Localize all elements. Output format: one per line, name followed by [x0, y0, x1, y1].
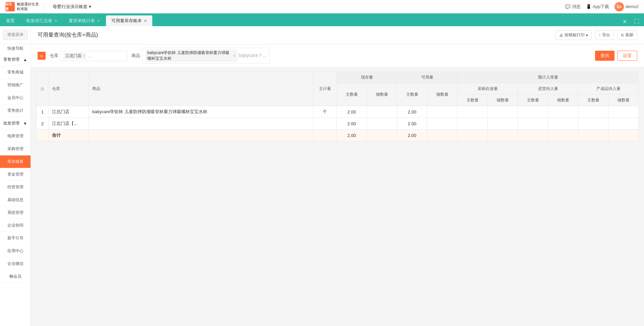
- warehouse-filter-more[interactable]: ...: [88, 53, 92, 58]
- message-icon: 💬: [565, 4, 571, 9]
- sidebar-item-marketing[interactable]: 营销推广: [0, 79, 31, 92]
- product-filter-more[interactable]: babycare？...: [239, 53, 267, 59]
- sidebar-item-guide[interactable]: 新手引导: [0, 232, 31, 245]
- th-product: 商品: [89, 72, 313, 106]
- tab-close-icon[interactable]: ✕: [97, 19, 100, 23]
- row2-purchase-transit-main: [458, 118, 488, 130]
- total-purchase-transit-aux: [488, 130, 518, 141]
- filter-bar: » 仓库 江北门店 × ... 商品 babycare学饮杯 儿童防摔防撞吸管杯…: [31, 44, 644, 67]
- export-icon: ↑: [599, 33, 601, 38]
- total-empty-index: [37, 130, 49, 141]
- row2-available-aux: [427, 118, 458, 130]
- export-button[interactable]: ↑ 导出: [595, 30, 614, 40]
- sidebar-item-wholesale[interactable]: 批发管理 ▼: [0, 117, 31, 130]
- maximize-button[interactable]: ⛶: [632, 17, 641, 26]
- row2-unit: [313, 118, 337, 130]
- settings-filter-button[interactable]: 设置: [617, 51, 637, 61]
- warehouse-tag-close[interactable]: ×: [83, 54, 85, 58]
- sidebar: 搜索菜单 快捷导航 零售管理 ▲ 零售商城 营销推广 会员中心 零售统计 批发管…: [0, 26, 31, 326]
- sidebar-item-ecommerce[interactable]: 电商管理: [0, 130, 31, 143]
- tab-receive-summary[interactable]: 收发存汇总表 ✕: [21, 15, 63, 26]
- sidebar-item-retail[interactable]: 零售管理 ▲: [0, 53, 31, 66]
- sidebar-item-quick-nav[interactable]: 快捷导航: [0, 44, 31, 53]
- sidebar-item-system[interactable]: 系统管理: [0, 206, 31, 219]
- row2-product: [89, 118, 313, 130]
- chevron-down-icon: ▾: [89, 4, 91, 9]
- th-planned-group: 预计入库量: [458, 72, 639, 83]
- product-filter-label: 商品: [131, 53, 140, 59]
- tab-home[interactable]: 首页: [1, 15, 20, 26]
- top-bar: 好生意 畅捷通好生意 标准版 母婴行业演示账套 ▾ 💬 消息 📱 App下载 E…: [0, 0, 644, 13]
- sidebar-item-inventory[interactable]: 库存核算: [0, 155, 31, 168]
- th-stock-group: 现存量: [337, 72, 397, 83]
- industry-select[interactable]: 母婴行业演示账套 ▾: [50, 2, 94, 11]
- row1-production-main: [578, 106, 608, 118]
- total-product: [89, 130, 313, 141]
- search-menu-button[interactable]: 搜索菜单: [3, 30, 28, 40]
- table-row: 1 江北门店 babycare学饮杯 儿童防摔防撞吸管杯重力球吸嘴杯宝宝水杯 个…: [37, 106, 639, 118]
- content-area: 可用量查询(按仓库+商品) 🖨 按模板打印 ▾ ↑ 导出 ↻ 刷新 »: [31, 26, 644, 326]
- th-warehouse: 仓库: [49, 72, 89, 106]
- sidebar-item-retail-mall[interactable]: 零售商城: [0, 66, 31, 79]
- th-purchase-transit-aux: 辅数量: [488, 95, 518, 106]
- print-button[interactable]: 🖨 按模板打印 ▾: [555, 30, 592, 40]
- row2-incoming-main: [518, 118, 548, 130]
- th-production-aux: 辅数量: [608, 95, 639, 106]
- th-production-main: 主数量: [578, 95, 608, 106]
- tab-close-icon[interactable]: ✕: [54, 19, 57, 23]
- app-download-button[interactable]: 📱 App下载: [586, 4, 609, 10]
- sidebar-item-operations[interactable]: 经营管理: [0, 181, 31, 194]
- top-bar-left: 好生意 畅捷通好生意 标准版 母婴行业演示账套 ▾: [5, 2, 94, 11]
- tab-available-inventory[interactable]: 可用量库存账本 ✕: [106, 15, 152, 26]
- total-incoming-main: [518, 130, 548, 141]
- sidebar-item-app-center[interactable]: 应用中心: [0, 245, 31, 258]
- tab-order-stats[interactable]: 要货单统计表 ✕: [63, 15, 105, 26]
- th-purchase-transit-group: 采购在途量: [458, 83, 518, 95]
- close-window-button[interactable]: ✕: [620, 17, 629, 26]
- row1-stock-aux: [367, 106, 397, 118]
- product-tag-close[interactable]: ×: [233, 54, 235, 58]
- product-filter: 商品 babycare学饮杯 儿童防摔防撞吸管杯重力球吸嘴杯宝宝水杯 × bab…: [131, 48, 270, 64]
- row1-product: babycare学饮杯 儿童防摔防撞吸管杯重力球吸嘴杯宝宝水杯: [89, 106, 313, 118]
- th-purchase-transit-main: 主数量: [458, 95, 488, 106]
- row1-index: 1: [37, 106, 49, 118]
- tab-close-icon[interactable]: ✕: [144, 19, 147, 23]
- warehouse-tag: 江北门店 ×: [63, 52, 87, 59]
- total-available-main: 2.00: [397, 130, 427, 141]
- total-label: 合计: [49, 130, 89, 141]
- column-settings-icon[interactable]: ⚙: [40, 86, 45, 92]
- sidebar-item-vip-member[interactable]: 畅会员: [0, 270, 31, 283]
- row2-warehouse: 江北门店【...: [49, 118, 89, 130]
- row2-purchase-transit-aux: [488, 118, 518, 130]
- sidebar-item-enterprise-wechat[interactable]: 企业微信: [0, 258, 31, 270]
- total-purchase-transit-main: [458, 130, 488, 141]
- sidebar-item-finance[interactable]: 资金管理: [0, 168, 31, 181]
- filter-actions: 查询 设置: [595, 51, 637, 61]
- warehouse-filter-input[interactable]: 江北门店 × ...: [60, 51, 127, 61]
- nav-tab-actions: ✕ ⛶: [620, 17, 644, 26]
- logo-text: 畅捷通好生意 标准版: [17, 2, 39, 11]
- refresh-button[interactable]: ↻ 刷新: [617, 30, 637, 40]
- total-unit: [313, 130, 337, 141]
- row1-available-aux: [427, 106, 458, 118]
- sidebar-item-retail-stats[interactable]: 零售统计: [0, 104, 31, 117]
- main-layout: 搜索菜单 快捷导航 零售管理 ▲ 零售商城 营销推广 会员中心 零售统计 批发管…: [0, 26, 644, 326]
- query-button[interactable]: 查询: [595, 51, 614, 61]
- sidebar-item-purchase[interactable]: 采购管理: [0, 143, 31, 155]
- sidebar-item-member[interactable]: 会员中心: [0, 92, 31, 104]
- row1-available-main: 2.00: [397, 106, 427, 118]
- product-filter-input[interactable]: babycare学饮杯 儿童防摔防撞吸管杯重力球吸嘴杯宝宝水杯 × babyca…: [142, 48, 270, 64]
- table-container[interactable]: ⚙ 仓库 商品 主计量 现存量 可用量 预计入库量 主数量 辅数量 主数量 辅数…: [31, 67, 644, 326]
- divider: [44, 3, 45, 10]
- message-button[interactable]: 💬 消息: [565, 4, 581, 10]
- filter-expand-button[interactable]: »: [38, 52, 46, 60]
- th-available-main: 主数量: [397, 83, 427, 106]
- user-menu[interactable]: Ea demo2: [614, 2, 639, 11]
- logo-area: 好生意 畅捷通好生意 标准版: [5, 2, 39, 11]
- sidebar-item-basic-info[interactable]: 基础信息: [0, 194, 31, 206]
- row1-unit: 个: [313, 106, 337, 118]
- row1-purchase-transit-main: [458, 106, 488, 118]
- row1-incoming-main: [518, 106, 548, 118]
- avatar: Ea: [614, 2, 624, 11]
- sidebar-item-enterprise[interactable]: 企业协同: [0, 219, 31, 232]
